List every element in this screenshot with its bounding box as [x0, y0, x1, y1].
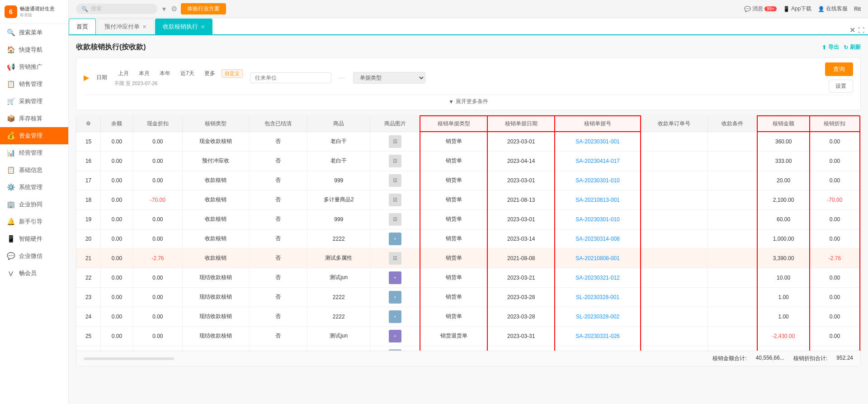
- export-label: 导出: [828, 43, 839, 51]
- date-btn-this-month[interactable]: 本月: [135, 69, 153, 78]
- cell-receipt-order-no: [641, 287, 708, 307]
- sidebar-item-inventory[interactable]: 📦 库存核算: [0, 110, 68, 127]
- cell-cash-discount: 0.00: [133, 151, 182, 171]
- sidebar-item-business[interactable]: 📊 经营管理: [0, 144, 68, 162]
- refresh-button[interactable]: ↻ 刷新: [844, 43, 861, 51]
- sidebar-label-enterprise: 企业协同: [19, 200, 42, 209]
- sidebar-item-smart-hw[interactable]: 📱 智能硬件: [0, 230, 68, 247]
- cell-cancel-discount: 0.00: [810, 307, 860, 326]
- bill-type-select[interactable]: 单据类型: [353, 72, 425, 84]
- sidebar-item-finance[interactable]: 💰 资金管理: [0, 127, 68, 144]
- cell-goods-img: ▪: [370, 229, 420, 248]
- cell-goods: 测试多属性: [307, 248, 370, 268]
- online-service-area[interactable]: 👤 在线客服: [818, 5, 848, 13]
- sidebar-item-enterprise[interactable]: 🏢 企业协同: [0, 196, 68, 213]
- sidebar-item-sales[interactable]: 📋 销售管理: [0, 76, 68, 93]
- supplier-input[interactable]: [250, 72, 331, 83]
- date-btn-more[interactable]: 更多: [201, 69, 219, 78]
- table-row: 23 0.00 0.00 现结收款核销 否 2222 ▪ 销货单 2023-03…: [76, 287, 860, 307]
- footer-cancel-discount-label: 核销折扣合计:: [793, 355, 827, 362]
- sidebar-item-system[interactable]: ⚙️ 系统管理: [0, 179, 68, 196]
- query-button[interactable]: 查询: [825, 62, 853, 76]
- date-label: 日期: [96, 74, 107, 81]
- cell-cancel-discount: 0.00: [810, 151, 860, 171]
- cell-cancel-bill-no[interactable]: SA-20210808-001: [555, 248, 640, 268]
- sidebar-item-purchase[interactable]: 🛒 采购管理: [0, 93, 68, 110]
- cell-include-settled: 否: [249, 171, 307, 190]
- cell-cash-discount: 0.00: [133, 287, 182, 307]
- supplier-dots: ···: [339, 75, 346, 81]
- sidebar-item-search[interactable]: 🔍 搜索菜单: [0, 24, 68, 41]
- cell-cancel-bill-no[interactable]: SA-20210813-001: [555, 190, 640, 209]
- tab-receipt-label: 收款核销执行: [163, 23, 198, 31]
- tab-prepay-label: 预付冲应付单: [104, 23, 140, 31]
- export-button[interactable]: ⬆ 导出: [822, 43, 839, 51]
- date-btn-last-month[interactable]: 上月: [114, 69, 132, 78]
- cell-cancel-bill-no[interactable]: SA-20230321-012: [555, 268, 640, 287]
- cell-goods-img: 🖼: [370, 248, 420, 268]
- cell-cancel-bill-no[interactable]: SA-20230314-008: [555, 229, 640, 248]
- table-row: 18 0.00 -70.00 收款核销 否 多计量商品2 🖼 销货单 2021-…: [76, 190, 860, 209]
- cell-cancel-bill-no[interactable]: SA-20230414-017: [555, 151, 640, 171]
- cell-cancel-bill-no[interactable]: SA-20230301-010: [555, 209, 640, 229]
- cell-goods-img: 🖼: [370, 190, 420, 209]
- cell-cancel-bill-no[interactable]: SL-20230328-002: [555, 307, 640, 326]
- filter-expand-arrow[interactable]: ▶: [84, 73, 89, 82]
- cell-cancel-bill-no[interactable]: SL-20230328-001: [555, 287, 640, 307]
- dropdown-arrow-icon[interactable]: ▼: [161, 5, 167, 13]
- chevron-down-icon: ▼: [448, 99, 454, 105]
- cell-cancel-bill-type: 销货单: [420, 171, 487, 190]
- tab-home[interactable]: 首页: [69, 19, 96, 34]
- date-btn-7days[interactable]: 近7天: [177, 69, 198, 78]
- sidebar-item-marketing[interactable]: 📢 营销推广: [0, 58, 68, 76]
- tab-close-receipt[interactable]: ✕: [201, 24, 205, 30]
- cell-goods: 测试jun: [307, 326, 370, 346]
- tab-receipt[interactable]: 收款核销执行 ✕: [155, 19, 212, 34]
- cell-cancel-discount: 0.00: [810, 268, 860, 287]
- cell-cash-discount: -70.00: [133, 190, 182, 209]
- close-window-icon[interactable]: ✕: [849, 26, 855, 34]
- cell-cancel-bill-no[interactable]: SA-20230331-026: [555, 326, 640, 346]
- expand-label: 展开更多条件: [456, 98, 488, 105]
- cell-cancel-bill-no[interactable]: SA-20230301-010: [555, 171, 640, 190]
- expand-more-btn[interactable]: ▼ 展开更多条件: [84, 95, 853, 105]
- cell-cancel-discount: 0.00: [810, 346, 860, 351]
- search-icon: 🔍: [6, 29, 15, 37]
- cell-cancel-amount: 3,390.00: [757, 248, 809, 268]
- cell-balance: 0.00: [101, 287, 133, 307]
- cell-balance: 0.00: [101, 268, 133, 287]
- cell-include-settled: 否: [249, 287, 307, 307]
- tab-prepay[interactable]: 预付冲应付单 ✕: [97, 19, 154, 34]
- th-gear[interactable]: ⚙: [76, 116, 101, 132]
- gear-icon-top[interactable]: ⚙: [171, 5, 177, 13]
- cell-cancel-bill-date: 2021-08-08: [487, 248, 555, 268]
- sidebar-item-wechat[interactable]: 💬 企业微信: [0, 247, 68, 265]
- sidebar-item-base[interactable]: 📋 基础信息: [0, 162, 68, 179]
- cell-cancel-bill-no[interactable]: SA-20230301-001: [555, 132, 640, 151]
- cell-cancel-bill-date: 2023-03-14: [487, 229, 555, 248]
- maximize-icon[interactable]: ⛶: [858, 27, 864, 34]
- sidebar-item-guide[interactable]: 🔔 新手引导: [0, 213, 68, 230]
- cell-cancel-bill-no[interactable]: ABC-001: [555, 346, 640, 351]
- solution-button[interactable]: 体验行业方案: [181, 3, 226, 14]
- date-btn-this-year[interactable]: 本年: [156, 69, 174, 78]
- sidebar-item-quick-nav[interactable]: 🏠 快捷导航: [0, 41, 68, 58]
- app-download-area[interactable]: 📱 App下载: [783, 5, 811, 13]
- user-name[interactable]: Rit: [854, 6, 861, 12]
- message-area[interactable]: 💬 消息 99+: [744, 5, 777, 13]
- sidebar-item-member[interactable]: V 畅会员: [0, 265, 68, 282]
- date-btn-custom[interactable]: 自定义: [222, 69, 243, 78]
- goods-image: 🖼: [389, 135, 401, 148]
- footer-cancel-discount-value: 952.24: [836, 355, 853, 362]
- tab-close-prepay[interactable]: ✕: [142, 24, 146, 30]
- table-body: 15 0.00 0.00 现金收款核销 否 老白干 🖼 销货单 2023-03-…: [76, 132, 860, 351]
- cell-no: 16: [76, 151, 101, 171]
- cell-cancel-amount: -2,430.00: [757, 326, 809, 346]
- cell-cancel-type: 收款核销: [183, 190, 250, 209]
- th-cancel-amount: 核销金额: [757, 116, 809, 132]
- setting-button[interactable]: 设置: [829, 80, 853, 93]
- cell-cancel-type: 现结收款核销: [183, 287, 250, 307]
- sales-icon: 📋: [6, 80, 15, 88]
- data-table-container: ⚙ 余额 现金折扣 核销类型 包含已结清 商品 商品图片 核销单据类型 核销单据…: [76, 115, 861, 366]
- cell-cancel-bill-type: 销货单: [420, 190, 487, 209]
